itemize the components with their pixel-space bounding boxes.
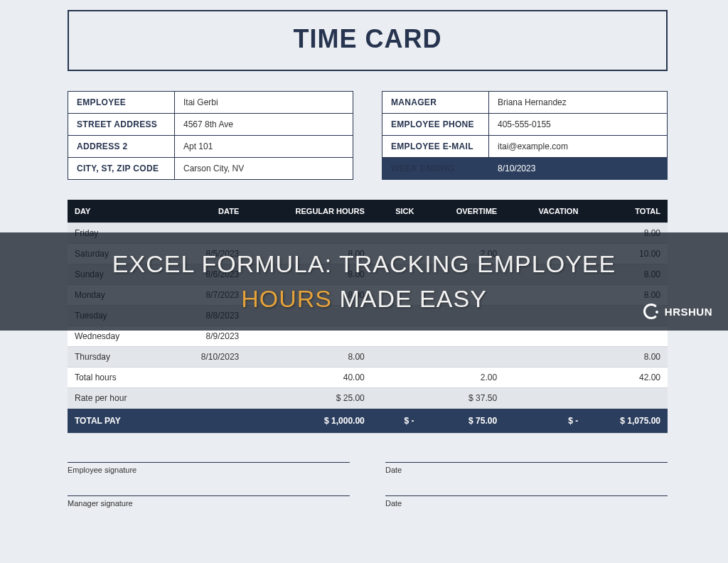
table-head: DAY DATE REGULAR HOURS SICK OVERTIME VAC…: [68, 200, 668, 223]
label: EMPLOYEE PHONE: [382, 114, 489, 136]
label: EMPLOYEE: [68, 92, 175, 114]
value: 8/10/2023: [489, 158, 668, 180]
overlay-banner: EXCEL FORMULA: TRACKING EMPLOYEE HOURS M…: [0, 232, 728, 331]
cell-total: 8.00: [585, 347, 668, 368]
cell-total: [585, 388, 668, 409]
total-pay-row: TOTAL PAY $ 1,000.00 $ - $ 75.00 $ - $ 1…: [68, 409, 668, 434]
sick: $ -: [372, 409, 422, 434]
info-row: EMPLOYEEItai Gerbi STREET ADDRESS4567 8t…: [68, 91, 668, 180]
value: Carson City, NV: [175, 158, 353, 180]
value: itai@example.com: [489, 136, 668, 158]
total: $ 1,075.00: [585, 409, 668, 434]
employee-info-table: EMPLOYEEItai Gerbi STREET ADDRESS4567 8t…: [68, 91, 353, 180]
row-weekending: WEEK ENDING8/10/2023: [382, 158, 668, 180]
cell-sick: [372, 347, 422, 368]
row-phone: EMPLOYEE PHONE405-555-0155: [382, 114, 668, 136]
cell-reg: $ 25.00: [246, 388, 372, 409]
cell-day: Total hours: [68, 368, 168, 388]
table-row: Rate per hour$ 25.00$ 37.50: [68, 388, 668, 409]
signature-row-2: Manager signature Date: [68, 495, 668, 508]
cell-date: [168, 388, 247, 409]
cell-ot: 2.00: [421, 368, 504, 388]
date-label: Date: [385, 462, 668, 474]
cell-day: Thursday: [68, 347, 168, 368]
label: EMPLOYEE E-MAIL: [382, 136, 489, 158]
row-street: STREET ADDRESS4567 8th Ave: [68, 114, 353, 136]
cell-reg: 8.00: [246, 347, 372, 368]
label: ADDRESS 2: [68, 136, 175, 158]
col-sick: SICK: [372, 200, 422, 223]
value: 405-555-0155: [489, 114, 668, 136]
signature-row-1: Employee signature Date: [68, 462, 668, 474]
col-date: DATE: [168, 200, 247, 223]
col-total: TOTAL: [585, 200, 668, 223]
col-vac: VACATION: [504, 200, 585, 223]
label: TOTAL PAY: [68, 409, 168, 434]
employee-signature-label: Employee signature: [68, 462, 350, 474]
overlay-line1: EXCEL FORMULA: TRACKING EMPLOYEE: [112, 250, 616, 277]
cell-vac: [504, 368, 585, 388]
overlay-rest: MADE EASY: [332, 285, 487, 312]
table-row: Thursday8/10/20238.008.00: [68, 347, 668, 368]
brand-icon: [643, 304, 659, 319]
cell-reg: 40.00: [246, 368, 372, 388]
value: Itai Gerbi: [175, 92, 353, 114]
cell-ot: $ 37.50: [421, 388, 504, 409]
table-row: Total hours40.002.0042.00: [68, 368, 668, 388]
row-address2: ADDRESS 2Apt 101: [68, 136, 353, 158]
value: Apt 101: [175, 136, 353, 158]
row-employee: EMPLOYEEItai Gerbi: [68, 92, 353, 114]
cell-date: 8/10/2023: [168, 347, 247, 368]
cell-vac: [504, 347, 585, 368]
label: STREET ADDRESS: [68, 114, 175, 136]
col-ot: OVERTIME: [421, 200, 504, 223]
label: WEEK ENDING: [382, 158, 489, 180]
col-reg: REGULAR HOURS: [246, 200, 372, 223]
cell-ot: [421, 347, 504, 368]
cell-vac: [504, 388, 585, 409]
cell-day: Rate per hour: [68, 388, 168, 409]
cell-total: 42.00: [585, 368, 668, 388]
overlay-accent: HOURS: [241, 285, 332, 312]
label: MANAGER: [382, 92, 489, 114]
date-label: Date: [385, 495, 668, 508]
manager-signature-label: Manager signature: [68, 495, 350, 508]
page-title: TIME CARD: [69, 24, 666, 54]
brand-badge: HRSHUN: [643, 304, 712, 319]
vac: $ -: [504, 409, 585, 434]
value: Briana Hernandez: [489, 92, 668, 114]
reg: $ 1,000.00: [246, 409, 372, 434]
row-email: EMPLOYEE E-MAILitai@example.com: [382, 136, 668, 158]
cell-sick: [372, 368, 422, 388]
label: CITY, ST, ZIP CODE: [68, 158, 175, 180]
row-city: CITY, ST, ZIP CODECarson City, NV: [68, 158, 353, 180]
cell-sick: [372, 388, 422, 409]
manager-info-table: MANAGERBriana Hernandez EMPLOYEE PHONE40…: [382, 91, 668, 180]
brand-text: HRSHUN: [665, 306, 712, 318]
ot: $ 75.00: [421, 409, 504, 434]
row-manager: MANAGERBriana Hernandez: [382, 92, 668, 114]
title-box: TIME CARD: [68, 10, 668, 71]
col-day: DAY: [68, 200, 168, 223]
value: 4567 8th Ave: [175, 114, 353, 136]
cell-date: [168, 368, 247, 388]
overlay-text: EXCEL FORMULA: TRACKING EMPLOYEE HOURS M…: [112, 247, 616, 317]
